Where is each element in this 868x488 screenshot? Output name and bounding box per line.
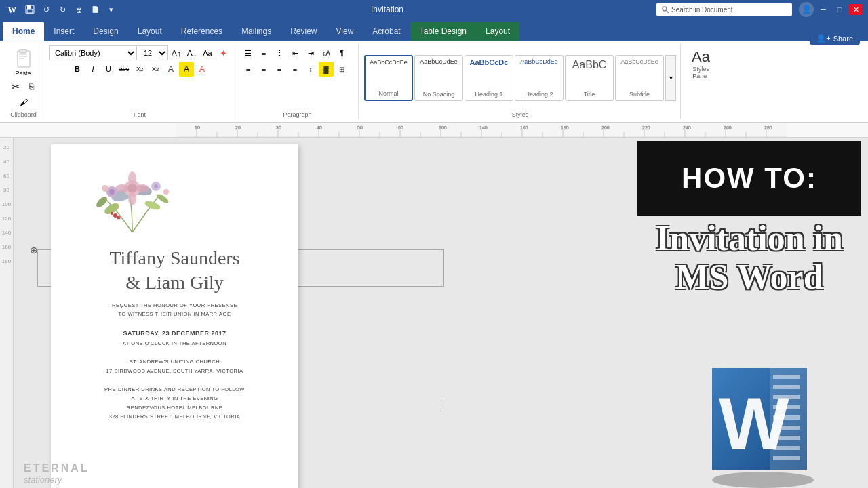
word-icon-large: W bbox=[692, 354, 827, 488]
style-title[interactable]: AaBbC Title bbox=[565, 55, 614, 101]
overlay-title: Invitation in MS Word bbox=[637, 219, 861, 296]
justify-button[interactable]: ≡ bbox=[288, 62, 302, 77]
paste-label: Paste bbox=[15, 70, 31, 77]
svg-rect-4 bbox=[27, 9, 33, 13]
invite-line2: TO WITNESS THEIR UNION IN MARRIAGE bbox=[104, 310, 245, 319]
align-center-button[interactable]: ≡ bbox=[256, 62, 271, 77]
preview-overlay: HOW TO: Invitation in MS Word bbox=[570, 138, 868, 488]
increase-font-button[interactable]: A↑ bbox=[169, 45, 184, 60]
customize-qa-button[interactable]: ▾ bbox=[104, 3, 118, 16]
print-preview-qa-button[interactable]: 📄 bbox=[88, 3, 102, 16]
svg-text:180: 180 bbox=[561, 125, 569, 130]
title-bar-right: Search in Document 👤 ─ □ ✕ bbox=[656, 2, 863, 17]
font-color-button[interactable]: A bbox=[163, 62, 178, 77]
tab-home[interactable]: Home bbox=[3, 22, 44, 41]
ruler-mark-140: 140 bbox=[2, 230, 11, 236]
align-left-button[interactable]: ≡ bbox=[241, 62, 256, 77]
change-case-button[interactable]: Aa bbox=[200, 45, 215, 60]
svg-rect-11 bbox=[19, 58, 24, 59]
svg-text:100: 100 bbox=[439, 125, 447, 130]
style-subtitle[interactable]: AaBbCcDdEe Subtitle bbox=[615, 55, 664, 101]
decrease-font-button[interactable]: A↓ bbox=[184, 45, 199, 60]
numbering-button[interactable]: ≡ bbox=[256, 45, 271, 60]
sort-button[interactable]: ↕A bbox=[319, 45, 334, 60]
watermark: ETERNAL stationery ♡ bbox=[24, 462, 90, 488]
format-painter-button[interactable]: 🖌 bbox=[16, 95, 31, 110]
svg-point-75 bbox=[163, 189, 169, 195]
multilevel-list-button[interactable]: ⋮ bbox=[272, 45, 287, 60]
show-formatting-button[interactable]: ¶ bbox=[334, 45, 349, 60]
svg-point-71 bbox=[109, 189, 115, 195]
borders-button[interactable]: ⊞ bbox=[334, 62, 349, 77]
font-group: Calibri (Body) 12 A↑ A↓ Aa ✦ B I U abc X… bbox=[45, 44, 235, 119]
tab-view[interactable]: View bbox=[327, 22, 363, 41]
tab-review[interactable]: Review bbox=[281, 22, 326, 41]
shading-button[interactable]: ▓ bbox=[319, 62, 334, 77]
style-no-spacing[interactable]: AaBbCcDdEe No Spacing bbox=[414, 55, 463, 101]
subscript-button[interactable]: X2 bbox=[132, 62, 147, 77]
clipboard-sub-controls: ✂ ⎘ 🖌 bbox=[8, 79, 39, 110]
search-bar[interactable]: Search in Document bbox=[656, 3, 792, 16]
underline-button[interactable]: U bbox=[101, 62, 116, 77]
clear-formatting-button[interactable]: ✦ bbox=[216, 45, 231, 60]
svg-text:W: W bbox=[8, 5, 16, 15]
search-icon bbox=[662, 6, 669, 13]
minimize-button[interactable]: ─ bbox=[816, 4, 830, 15]
svg-text:10: 10 bbox=[195, 125, 200, 130]
invite-reception4: 328 FLINDERS STREET, MELBOURNE, VICTORIA bbox=[104, 412, 245, 422]
bold-button[interactable]: B bbox=[70, 62, 85, 77]
share-button[interactable]: 👤+ Share bbox=[810, 32, 860, 45]
bullets-button[interactable]: ☰ bbox=[241, 45, 256, 60]
decrease-indent-button[interactable]: ⇤ bbox=[288, 45, 302, 60]
svg-text:140: 140 bbox=[479, 125, 488, 130]
styles-scroll-button[interactable]: ▾ bbox=[665, 55, 676, 101]
tab-table-design[interactable]: Table Design bbox=[410, 22, 476, 41]
svg-point-60 bbox=[94, 195, 108, 209]
tab-acrobat[interactable]: Acrobat bbox=[363, 22, 410, 41]
paste-button[interactable]: Paste bbox=[8, 45, 38, 79]
highlight-color-button[interactable]: A bbox=[179, 62, 194, 77]
superscript-button[interactable]: X2 bbox=[148, 62, 163, 77]
svg-text:30: 30 bbox=[276, 125, 281, 130]
styles-pane-button[interactable]: Aa StylesPane bbox=[686, 45, 715, 82]
italic-button[interactable]: I bbox=[85, 62, 100, 77]
style-normal[interactable]: AaBbCcDdEe Normal bbox=[364, 55, 413, 101]
font-name-selector[interactable]: Calibri (Body) bbox=[49, 45, 137, 60]
tab-table-layout[interactable]: Layout bbox=[476, 22, 519, 41]
tab-layout[interactable]: Layout bbox=[128, 22, 172, 41]
svg-text:20: 20 bbox=[235, 125, 241, 130]
svg-point-69 bbox=[136, 184, 149, 192]
increase-indent-button[interactable]: ⇥ bbox=[303, 45, 318, 60]
ruler-mark-100: 100 bbox=[2, 201, 11, 207]
redo-qa-button[interactable]: ↻ bbox=[56, 3, 69, 16]
cut-button[interactable]: ✂ bbox=[8, 79, 23, 94]
svg-point-73 bbox=[154, 184, 158, 188]
watermark-eternal: ETERNAL bbox=[24, 462, 90, 474]
tab-insert[interactable]: Insert bbox=[44, 22, 83, 41]
document-title: Invitation bbox=[371, 5, 403, 14]
line-spacing-button[interactable]: ↕ bbox=[303, 62, 318, 77]
table-move-handle[interactable]: ⊕ bbox=[30, 245, 38, 256]
strikethrough-button[interactable]: abc bbox=[117, 62, 132, 77]
tab-design[interactable]: Design bbox=[83, 22, 127, 41]
save-qa-button[interactable] bbox=[23, 3, 37, 16]
ruler-content: 10 20 30 40 50 60 100 140 160 180 bbox=[176, 123, 787, 137]
style-heading2[interactable]: AaBbCcDdEe Heading 2 bbox=[515, 55, 564, 101]
maximize-button[interactable]: □ bbox=[833, 4, 846, 15]
align-right-button[interactable]: ≡ bbox=[272, 62, 287, 77]
copy-button[interactable]: ⎘ bbox=[24, 79, 39, 94]
ruler-mark-160: 160 bbox=[2, 244, 11, 250]
style-heading1[interactable]: AaBbCcDc Heading 1 bbox=[465, 55, 513, 101]
document-page[interactable]: Tiffany Saunders & Liam Gily REQUEST THE… bbox=[51, 144, 298, 488]
font-shading-button[interactable]: A bbox=[195, 62, 210, 77]
print-qa-button[interactable]: 🖨 bbox=[72, 3, 85, 16]
tab-references[interactable]: References bbox=[172, 22, 232, 41]
invite-reception1: PRE-DINNER DRINKS AND RECEPTION TO FOLLO… bbox=[104, 385, 245, 394]
svg-text:160: 160 bbox=[520, 125, 528, 130]
close-button[interactable]: ✕ bbox=[849, 4, 863, 15]
svg-text:280: 280 bbox=[764, 125, 772, 130]
font-size-selector[interactable]: 12 bbox=[138, 45, 168, 60]
tab-mailings[interactable]: Mailings bbox=[232, 22, 281, 41]
undo-qa-button[interactable]: ↺ bbox=[39, 3, 53, 16]
user-account-button[interactable]: 👤 bbox=[799, 2, 814, 17]
